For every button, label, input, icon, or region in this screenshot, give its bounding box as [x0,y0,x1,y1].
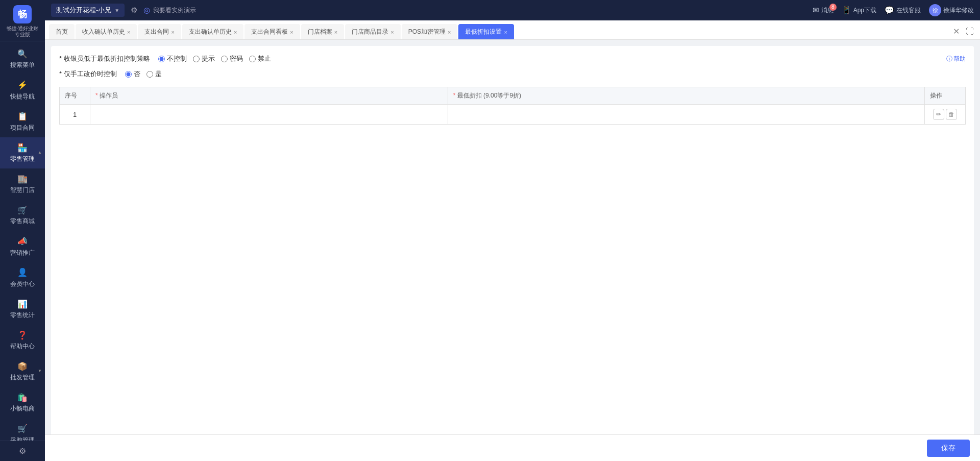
messages-badge: 8 [829,4,837,11]
sidebar-item-marketing[interactable]: 📣营销推广 [0,231,45,262]
sidebar-label-project-contract: 项目合同 [10,124,35,131]
radio-label-discount-forbid: 禁止 [258,54,271,63]
radio-label-discount-remind: 提示 [202,54,215,63]
tab-close-store-catalog[interactable]: × [390,29,394,35]
tab-close-min-discount[interactable]: × [504,29,507,35]
sidebar-icon-batch-mgmt: 📦 [2,361,43,372]
sidebar-bottom: ⚙ [0,441,45,461]
tab-pos-pwd[interactable]: POS加密管理× [402,24,458,39]
tab-close-payment-history[interactable]: × [234,29,237,35]
tab-payment-contract[interactable]: 支出合同× [138,24,181,39]
col-header-actions: 操作 [925,87,966,105]
tab-income-history[interactable]: 收入确认单历史× [76,24,137,39]
sidebar-item-purchase-mgmt[interactable]: 🛒采购管理 [0,418,45,441]
tab-min-discount[interactable]: 最低折扣设置× [458,24,513,39]
sidebar-label-help-center: 帮助中心 [10,343,35,350]
sidebar-item-search[interactable]: 🔍搜索菜单 [0,43,45,75]
cell-actions-0: ✏ 🗑 [925,105,966,125]
sidebar-item-quick-nav[interactable]: ⚡快捷导航 [0,75,45,106]
sidebar-label-quick-nav: 快捷导航 [10,93,35,100]
tab-store-files[interactable]: 门店档案× [301,24,344,39]
topbar-right: ✉ 消息 8 📱 App下载 💬 在线客服 徐 徐泽华修改 [813,4,974,16]
radio-input-discount-remind[interactable] [193,56,200,62]
project-dropdown-arrow: ▼ [114,8,119,13]
sidebar-label-retail-mgmt: 零售管理 [10,155,35,162]
radio-label-discount-no-control: 不控制 [167,54,187,63]
project-selector[interactable]: 测试分开花程-小兄 ▼ [51,4,125,17]
tab-label-store-catalog: 门店商品目录 [352,28,388,36]
user-name: 徐泽华修改 [943,6,974,15]
radio-input-manual-no[interactable] [125,71,132,78]
sidebar-label-batch-mgmt: 批发管理 [10,374,35,381]
tab-label-store-files: 门店档案 [308,28,332,36]
sidebar-item-retail-mgmt[interactable]: 🏪零售管理 [0,137,45,168]
delete-row-btn-0[interactable]: 🗑 [946,109,957,120]
manual-control-row: * 仅手工改价时控制 否是 [59,69,966,79]
radio-discount-remind[interactable]: 提示 [193,54,215,63]
sidebar-item-smart-store[interactable]: 🏬智慧门店 [0,168,45,200]
sidebar-label-ecommerce: 小畅电商 [10,405,35,412]
tab-payment-board[interactable]: 支出合同看板× [244,24,300,39]
sidebar-logo: 畅 畅捷·通好业财 专业版 [0,0,45,41]
sidebar-icon-quick-nav: ⚡ [2,80,43,91]
sidebar: 畅 畅捷·通好业财 专业版 🔍搜索菜单⚡快捷导航📋项目合同🏪零售管理🏬智慧门店🛒… [0,0,45,461]
settings-icon[interactable]: ⚙ [19,447,26,455]
sidebar-item-retail-stats[interactable]: 📊零售统计 [0,294,45,325]
sidebar-item-help-center[interactable]: ❓帮助中心 [0,325,45,356]
sidebar-item-batch-mgmt[interactable]: 📦批发管理 [0,356,45,387]
radio-label-manual-no: 否 [134,69,140,79]
logo-icon: 畅 [13,5,32,23]
radio-manual-yes[interactable]: 是 [146,69,162,79]
radio-discount-password[interactable]: 密码 [221,54,243,63]
save-button[interactable]: 保存 [927,440,970,457]
sidebar-icon-project-contract: 📋 [2,111,43,122]
tab-close-payment-board[interactable]: × [290,29,293,35]
tab-label-pos-pwd: POS加密管理 [408,28,446,36]
online-service-label: 在线客服 [896,6,921,15]
sidebar-item-ecommerce[interactable]: 🛍️小畅电商 [0,387,45,418]
radio-discount-no-control[interactable]: 不控制 [158,54,187,63]
tab-store-catalog[interactable]: 门店商品目录× [345,24,400,39]
app-download-icon: 📱 [842,6,851,15]
sidebar-item-project-contract[interactable]: 📋项目合同 [0,106,45,137]
tab-label-payment-board: 支出合同看板 [251,28,288,36]
topbar: 测试分开花程-小兄 ▼ ⚙ ◎ 我要看实例演示 ✉ 消息 8 📱 App下载 💬… [45,0,980,20]
tab-close-pos-pwd[interactable]: × [448,29,451,35]
cell-seq-0: 1 [60,105,90,125]
cell-discount-0 [448,105,924,125]
tab-home[interactable]: 首页 [49,24,75,39]
tab-payment-history[interactable]: 支出确认单历史× [182,24,243,39]
discount-control-options: 不控制提示密码禁止 [158,54,271,63]
help-label: 帮助 [953,55,966,63]
radio-input-discount-no-control[interactable] [158,56,165,62]
radio-input-manual-yes[interactable] [146,71,153,78]
logo-text: 畅捷·通好业财 [3,26,42,32]
online-service-icon: 💬 [885,6,894,15]
sidebar-item-retail-mall[interactable]: 🛒零售商城 [0,200,45,231]
help-link[interactable]: ⓘ 帮助 [946,55,966,63]
sidebar-item-member-center[interactable]: 👤会员中心 [0,262,45,293]
user-menu[interactable]: 徐 徐泽华修改 [929,4,974,16]
radio-input-discount-forbid[interactable] [249,56,256,62]
edit-row-btn-0[interactable]: ✏ [933,109,944,120]
topbar-gear-icon[interactable]: ⚙ [131,6,137,15]
bottom-bar: 保存 [45,434,980,461]
online-service-btn[interactable]: 💬 在线客服 [885,6,921,15]
radio-manual-no[interactable]: 否 [125,69,140,79]
tab-close-payment-contract[interactable]: × [171,29,174,35]
tab-close-store-files[interactable]: × [334,29,337,35]
tab-label-income-history: 收入确认单历史 [82,28,125,36]
demo-link[interactable]: ◎ 我要看实例演示 [143,6,196,15]
radio-discount-forbid[interactable]: 禁止 [249,54,271,63]
discount-control-label: * 收银员低于最低折扣控制策略 [59,54,150,63]
tab-label-payment-history: 支出确认单历史 [189,28,232,36]
app-download-btn[interactable]: 📱 App下载 [842,6,876,15]
tab-close-income-history[interactable]: × [127,29,130,35]
sidebar-icon-marketing: 📣 [2,236,43,247]
close-tab-icon[interactable]: ✕ [951,26,962,37]
radio-input-discount-password[interactable] [221,56,228,62]
tab-label-home: 首页 [56,28,68,36]
messages-btn[interactable]: ✉ 消息 8 [813,6,834,15]
maximize-icon[interactable]: ⛶ [964,26,976,37]
sidebar-label-search: 搜索菜单 [10,61,35,68]
